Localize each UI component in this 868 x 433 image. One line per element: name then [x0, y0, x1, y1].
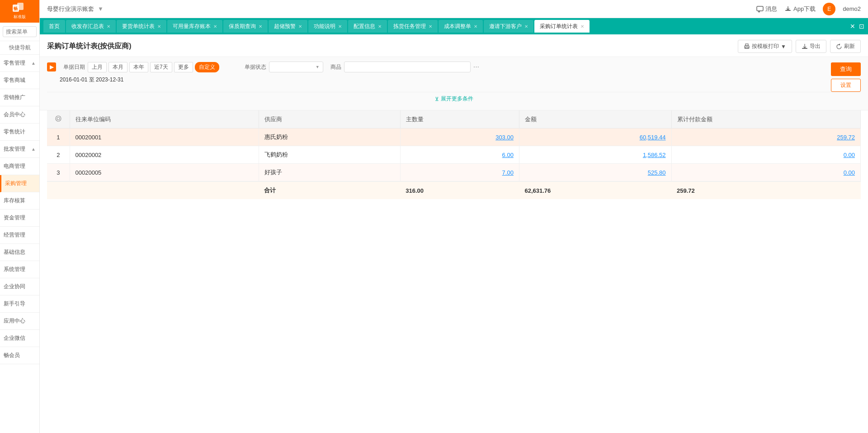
username: demo2 — [843, 5, 861, 12]
sidebar-item-wechat[interactable]: 企业微信 — [0, 330, 39, 347]
tab-home[interactable]: 首页 — [43, 20, 65, 33]
settings-icon[interactable] — [55, 115, 62, 122]
table-header-row: 往来单位编码 供应商 主数量 金额 累计付款金额 — [47, 110, 861, 128]
query-button[interactable]: 查询 — [831, 62, 861, 76]
shortcut-more[interactable]: 更多 — [174, 62, 193, 72]
sidebar-item-label: 系统管理 — [4, 266, 25, 273]
sidebar-item-guide[interactable]: 新手引导 — [0, 295, 39, 313]
amount-link[interactable]: 1,586.52 — [643, 152, 666, 158]
sidebar-item-wholesale[interactable]: 批发管理 ▲ — [0, 141, 39, 158]
print-dropdown-icon[interactable]: ▼ — [781, 43, 786, 50]
shortcut-this-month[interactable]: 本月 — [108, 62, 127, 72]
sidebar-item-ecommerce[interactable]: 电商管理 — [0, 158, 39, 175]
sidebar-item-retail-stats[interactable]: 零售统计 — [0, 124, 39, 141]
tab-config[interactable]: 配置信息 ✕ — [348, 20, 387, 33]
refresh-button[interactable]: 刷新 — [830, 40, 861, 53]
table-row[interactable]: 1 00020001 惠氏奶粉 303.00 60,519.44 259.72 — [47, 128, 861, 146]
tab-order-stats[interactable]: 要货单统计表 ✕ — [117, 20, 166, 33]
sidebar-item-retail-management[interactable]: 零售管理 ▲ — [0, 55, 39, 72]
goods-input[interactable] — [344, 62, 471, 72]
svg-rect-7 — [745, 47, 748, 48]
app-download-button[interactable]: App下载 — [784, 5, 816, 13]
settings-button[interactable]: 设置 — [831, 79, 861, 92]
svg-point-10 — [56, 116, 61, 121]
tab-pick-task[interactable]: 拣货任务管理 ✕ — [388, 20, 438, 33]
paid-link[interactable]: 259.72 — [837, 134, 855, 141]
print-icon — [744, 43, 750, 50]
close-icon[interactable]: ✕ — [524, 24, 528, 29]
close-icon[interactable]: ✕ — [259, 24, 262, 29]
tab-close-all-icon[interactable]: ✕ — [850, 23, 855, 30]
avatar[interactable]: E — [823, 3, 835, 15]
dropdown-icon[interactable]: ▼ — [98, 5, 104, 12]
paid-link[interactable]: 0.00 — [844, 169, 855, 176]
app-download-label: App下载 — [793, 5, 816, 13]
close-icon[interactable]: ✕ — [378, 24, 382, 29]
quantity-link[interactable]: 6.00 — [502, 152, 514, 158]
shortcut-last-month[interactable]: 上月 — [88, 62, 107, 72]
close-icon[interactable]: ✕ — [580, 24, 584, 29]
sidebar-item-purchase[interactable]: 采购管理 — [0, 175, 39, 192]
row-paid: 0.00 — [671, 146, 861, 164]
quantity-link[interactable]: 7.00 — [502, 169, 514, 176]
sidebar-item-member[interactable]: 畅会员 — [0, 347, 39, 364]
tab-expiry[interactable]: 保质期查询 ✕ — [223, 20, 268, 33]
page-actions: 按模板打印 ▼ 导出 刷新 — [738, 40, 861, 53]
sidebar-item-label: 企业微信 — [4, 334, 25, 342]
sidebar-item-basic-info[interactable]: 基础信息 — [0, 244, 39, 261]
tab-purchase-order-stats[interactable]: 采购订单统计表 ✕ — [534, 20, 590, 33]
table-row[interactable]: 2 00020002 飞鹤奶粉 6.00 1,586.52 0.00 — [47, 146, 861, 164]
date-from: 2016-01-01 — [60, 76, 87, 83]
sidebar-item-retail-shop[interactable]: 零售商城 — [0, 72, 39, 89]
sidebar-item-inventory[interactable]: 库存核算 — [0, 192, 39, 209]
sidebar-item-system[interactable]: 系统管理 — [0, 261, 39, 278]
filter-toggle-icon[interactable]: ▶ — [47, 62, 56, 71]
tab-maximize-icon[interactable]: ⊡ — [859, 23, 864, 30]
print-button[interactable]: 按模板打印 ▼ — [738, 40, 792, 53]
row-amount: 1,586.52 — [519, 146, 671, 164]
message-icon — [756, 5, 764, 13]
status-select[interactable] — [269, 62, 323, 72]
footer-label: 合计 — [259, 181, 400, 199]
shortcut-7days[interactable]: 近7天 — [150, 62, 172, 72]
search-input[interactable] — [3, 26, 37, 37]
message-button[interactable]: 消息 — [756, 5, 777, 13]
sidebar-nav-label[interactable]: 快捷导航 — [0, 41, 39, 55]
sidebar-item-operation[interactable]: 经营管理 — [0, 227, 39, 244]
sidebar-item-label: 畅会员 — [4, 352, 20, 359]
col-paid-header: 累计付款金额 — [671, 110, 861, 128]
sidebar-item-enterprise[interactable]: 企业协同 — [0, 278, 39, 295]
tab-receive-summary[interactable]: 收发存汇总表 ✕ — [66, 20, 116, 33]
close-icon[interactable]: ✕ — [157, 24, 161, 29]
table-footer: 合计 316.00 62,631.76 259.72 — [47, 181, 861, 199]
paid-link[interactable]: 0.00 — [844, 152, 855, 158]
table-row[interactable]: 3 00020005 好孩子 7.00 525.80 0.00 — [47, 164, 861, 182]
amount-link[interactable]: 525.80 — [648, 169, 666, 176]
close-icon[interactable]: ✕ — [107, 24, 110, 29]
shortcut-this-year[interactable]: 本年 — [129, 62, 148, 72]
tab-overstock[interactable]: 超储预警 ✕ — [269, 20, 307, 33]
more-options-icon[interactable]: ··· — [473, 63, 479, 71]
tab-label: 邀请下游客户 — [489, 23, 522, 30]
topbar-left: 母婴行业演示账套 ▼ — [47, 5, 104, 13]
sidebar-item-marketing[interactable]: 营销推广 — [0, 89, 39, 106]
tab-cost-adjust[interactable]: 成本调整单 ✕ — [439, 20, 483, 33]
quantity-link[interactable]: 303.00 — [495, 134, 514, 141]
sidebar-item-member-center[interactable]: 会员中心 — [0, 106, 39, 124]
export-button[interactable]: 导出 — [796, 40, 826, 53]
tab-function-desc[interactable]: 功能说明 ✕ — [308, 20, 347, 33]
amount-link[interactable]: 60,519.44 — [640, 134, 666, 141]
tab-invite-customer[interactable]: 邀请下游客户 ✕ — [484, 20, 533, 33]
expand-more-btn[interactable]: ⊻ 展开更多条件 — [47, 92, 861, 105]
close-icon[interactable]: ✕ — [298, 24, 302, 29]
close-icon[interactable]: ✕ — [213, 24, 217, 29]
date-to: 2023-12-31 — [96, 76, 123, 83]
download-icon — [784, 5, 792, 13]
shortcut-custom[interactable]: 自定义 — [195, 62, 219, 72]
close-icon[interactable]: ✕ — [429, 24, 432, 29]
tab-available-inventory[interactable]: 可用量库存账本 ✕ — [167, 20, 222, 33]
close-icon[interactable]: ✕ — [474, 24, 477, 29]
sidebar-item-finance[interactable]: 资金管理 — [0, 209, 39, 227]
sidebar-item-app-center[interactable]: 应用中心 — [0, 313, 39, 330]
close-icon[interactable]: ✕ — [338, 24, 342, 29]
